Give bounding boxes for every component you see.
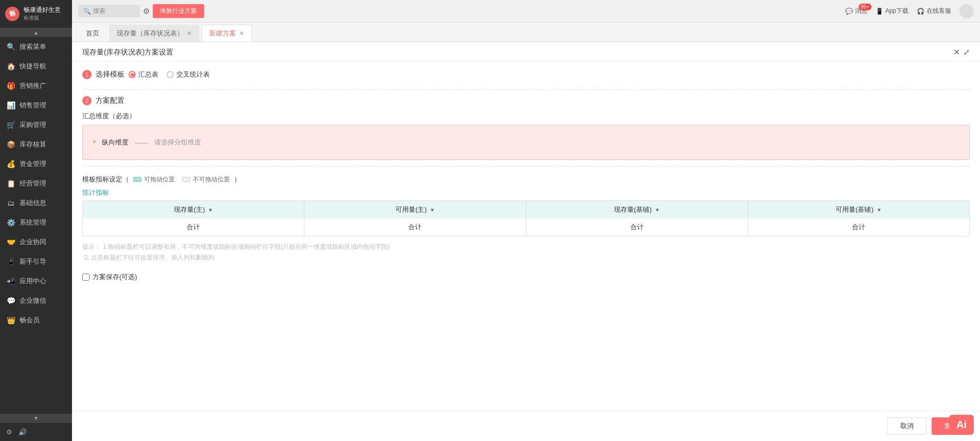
app-download-button[interactable]: 📱 App下载 [876, 7, 909, 15]
bottom-actions: 取消 查询 [72, 411, 980, 441]
search-placeholder: 搜索 [93, 7, 105, 15]
gear-icon[interactable]: ⚙ [143, 7, 150, 16]
tip-text: 1.拖动标题栏可以调整布局，不可跨维度或指标区域拖动栏目字段(只能在同一维度或指… [103, 243, 390, 251]
cancel-button[interactable]: 取消 [887, 417, 927, 435]
tab-close-inventory-status[interactable]: ✕ [187, 30, 192, 36]
operations-icon: 📋 [6, 179, 15, 188]
sidebar-item-label: 企业微信 [20, 296, 46, 305]
col-label: 可用量(基辅) [836, 205, 874, 214]
dimension-required: * [93, 139, 96, 146]
finance-icon: 💰 [6, 159, 15, 169]
nodrag-box [182, 177, 190, 182]
sidebar-item-new-guide[interactable]: 📱新手引导 [0, 252, 72, 271]
stats-col-header[interactable]: 可用量(基辅)▼ [748, 201, 969, 218]
settings-icon[interactable]: ⚙ [6, 428, 12, 436]
step2-label: 方案配置 [96, 96, 124, 105]
dimension-key: 纵向维度 [102, 138, 129, 147]
speaker-icon[interactable]: 🔊 [19, 428, 27, 436]
sales-icon: 📊 [6, 101, 15, 110]
stats-col-header[interactable]: 可用量(主)▼ [304, 201, 526, 218]
stats-col-body: 合计 [304, 218, 526, 236]
col-label: 现存量(主) [174, 205, 205, 214]
close-button[interactable]: ✕ [953, 47, 960, 57]
tip-item-0: 提示：1.拖动标题栏可以调整布局，不可跨维度或指标区域拖动栏目字段(只能在同一维… [82, 243, 970, 251]
wechat-icon: 💬 [6, 296, 15, 305]
sidebar-item-member[interactable]: 👑畅会员 [0, 310, 72, 330]
stats-table: 现存量(主)▼可用量(主)▼现存量(基辅)▼可用量(基辅)▼ 合计合计合计合计 [82, 200, 970, 236]
col-summary: 合计 [187, 223, 200, 232]
form-body: 1 选择模板 汇总表交叉统计表 2 方案配置 汇总维度（必选） * 纵向维度 —… [72, 62, 980, 411]
stats-col-body: 合计 [527, 218, 748, 236]
sidebar-item-system[interactable]: ⚙️系统管理 [0, 213, 72, 232]
headset-icon: 🎧 [917, 8, 924, 15]
tab-new-plan[interactable]: 新建方案✕ [202, 25, 252, 42]
sidebar-item-quick-nav[interactable]: 🏠快捷导航 [0, 57, 72, 76]
messages-badge: 99+ [859, 4, 872, 10]
sidebar-item-wechat[interactable]: 💬企业微信 [0, 291, 72, 310]
dimension-placeholder[interactable]: 请选择分组维度 [154, 138, 201, 147]
page-subtitle: 现存量(库存状况表)方案设置 [82, 48, 173, 57]
draggable-box [133, 177, 141, 182]
purchase-icon: 🛒 [6, 120, 15, 130]
sidebar-item-enterprise[interactable]: 🤝企业协同 [0, 232, 72, 252]
tips-section: 提示：1.拖动标题栏可以调整布局，不可跨维度或指标区域拖动栏目字段(只能在同一维… [82, 243, 970, 262]
quick-nav-icon: 🏠 [6, 62, 15, 71]
messages-button[interactable]: 💬 消息 99+ [845, 7, 867, 15]
main: 🔍 搜索 ⚙ 体验行业方案 💬 消息 99+ 📱 App下载 🎧 在线客服 首页 [72, 0, 980, 441]
draggable-label: 可拖动位置 [144, 175, 175, 184]
tab-inventory-status[interactable]: 现存量（库存状况表）✕ [109, 25, 199, 42]
sidebar-item-inventory[interactable]: 📦库存核算 [0, 135, 72, 154]
sidebar-item-label: 基础信息 [20, 198, 46, 208]
search-box[interactable]: 🔍 搜索 [78, 5, 140, 17]
sidebar-item-label: 销售管理 [20, 101, 46, 110]
step1-section: 1 选择模板 汇总表交叉统计表 [82, 70, 970, 79]
radio-circle-cross [167, 71, 174, 78]
tab-home[interactable]: 首页 [78, 25, 107, 42]
online-service-button[interactable]: 🎧 在线客服 [917, 7, 951, 15]
step2-header: 2 方案配置 [82, 96, 970, 105]
radio-summary[interactable]: 汇总表 [129, 70, 158, 79]
sidebar-logo: 畅 畅康通好生意 标准版 [0, 0, 72, 28]
col-summary: 合计 [408, 223, 422, 232]
search-icon: 🔍 [83, 8, 91, 15]
sidebar-item-label: 快捷导航 [20, 62, 46, 71]
sidebar-item-finance[interactable]: 💰资金管理 [0, 154, 72, 174]
save-checkbox[interactable] [82, 273, 89, 281]
inventory-icon: 📦 [6, 140, 15, 149]
sidebar-scroll-up[interactable]: ▲ [0, 28, 72, 37]
tab-close-new-plan[interactable]: ✕ [239, 30, 244, 36]
logo-sub: 标准版 [24, 14, 61, 22]
sidebar-item-label: 营销推广 [20, 81, 46, 90]
radio-cross[interactable]: 交叉统计表 [167, 70, 210, 79]
sidebar-item-purchase[interactable]: 🛒采购管理 [0, 115, 72, 135]
ai-badge[interactable]: Ai [949, 415, 974, 435]
sidebar-item-marketing[interactable]: 🎁营销推广 [0, 76, 72, 96]
sidebar-item-label: 库存核算 [20, 140, 46, 149]
step2-section: 2 方案配置 汇总维度（必选） * 纵向维度 —— 请选择分组维度 模板指标设定… [82, 96, 970, 262]
dimension-section-label: 汇总维度（必选） [82, 112, 970, 121]
sidebar-item-sales[interactable]: 📊销售管理 [0, 96, 72, 115]
sidebar-item-label: 系统管理 [20, 218, 46, 227]
member-icon: 👑 [6, 316, 15, 325]
sidebar-item-basic-info[interactable]: 🗂基础信息 [0, 193, 72, 213]
sidebar-item-search-menu[interactable]: 🔍搜索菜单 [0, 37, 72, 57]
sidebar: 畅 畅康通好生意 标准版 ▲ 🔍搜索菜单🏠快捷导航🎁营销推广📊销售管理🛒采购管理… [0, 0, 72, 441]
user-avatar[interactable] [959, 4, 974, 19]
sidebar-item-label: 企业协同 [20, 237, 46, 247]
basic-info-icon: 🗂 [6, 198, 15, 208]
stats-table-body: 合计合计合计合计 [83, 218, 969, 236]
step1-num: 1 [82, 70, 92, 79]
radio-label-cross: 交叉统计表 [176, 70, 210, 79]
sidebar-item-app-center[interactable]: 📲应用中心 [0, 271, 72, 291]
col-summary: 合计 [852, 223, 865, 232]
stats-col-header[interactable]: 现存量(主)▼ [83, 201, 304, 218]
sidebar-scroll-down[interactable]: ▼ [0, 414, 72, 422]
topbar: 🔍 搜索 ⚙ 体验行业方案 💬 消息 99+ 📱 App下载 🎧 在线客服 [72, 0, 980, 23]
expand-button[interactable]: ⤢ [963, 47, 970, 57]
stats-col-header[interactable]: 现存量(基辅)▼ [527, 201, 748, 218]
indicator-label: 模板指标设定（ 可拖动位置 不可拖动位置 ） [82, 175, 970, 184]
sidebar-item-operations[interactable]: 📋经营管理 [0, 174, 72, 193]
content-area: 现存量(库存状况表)方案设置 ✕ ⤢ 1 选择模板 汇总表交叉统计表 2 [72, 42, 980, 441]
trial-button[interactable]: 体验行业方案 [153, 4, 204, 18]
stats-col-body: 合计 [83, 218, 304, 236]
